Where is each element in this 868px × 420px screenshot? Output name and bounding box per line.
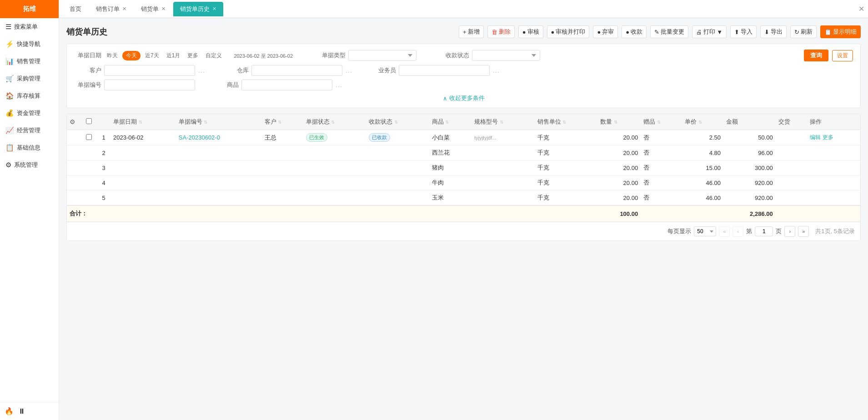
date-shortcut-custom[interactable]: 自定义 [203, 51, 225, 60]
date-shortcut-7days[interactable]: 近7天 [142, 51, 162, 60]
row-spec-1 [472, 145, 535, 160]
doc-type-select[interactable] [348, 50, 416, 61]
qty-sort-icon[interactable]: ⇅ [614, 120, 617, 125]
doc-no-link-0[interactable]: SA-20230602-0 [179, 134, 220, 141]
collect-label: 收款 [631, 28, 642, 36]
tab-sales-history-close[interactable]: ✕ [212, 6, 216, 12]
per-page-select[interactable]: 50 100 [694, 226, 716, 236]
row-exchange-0 [776, 130, 808, 145]
row-gift-0: 否 [641, 130, 682, 145]
row-gift-3: 否 [641, 175, 682, 190]
goods-sort-icon[interactable]: ⇅ [445, 120, 449, 125]
date-shortcut-more[interactable]: 更多 [185, 51, 201, 60]
date-shortcut-today[interactable]: 今天 [122, 51, 140, 60]
goods-dots-icon[interactable]: … [335, 81, 342, 89]
sidebar-item-operations[interactable]: 📈 经营管理 [0, 122, 59, 139]
tab-sales-history[interactable]: 销货单历史 ✕ [173, 2, 223, 16]
sidebar-item-system-mgmt[interactable]: ⚙ 系统管理 [0, 156, 59, 174]
unit-sort-icon[interactable]: ⇅ [562, 120, 566, 125]
customer-sort-icon[interactable]: ⇅ [278, 120, 281, 125]
more-action-0[interactable]: 更多 [823, 134, 833, 140]
warehouse-input[interactable] [251, 65, 342, 76]
fire-icon[interactable]: 🔥 [5, 407, 14, 415]
abandon-button[interactable]: ● 弃审 [593, 25, 618, 38]
export-button[interactable]: ⬇ 导出 [760, 25, 787, 38]
select-all-checkbox[interactable] [86, 118, 92, 124]
row-checkbox-2[interactable] [83, 160, 97, 175]
row-goods-4: 玉米 [429, 190, 472, 206]
tab-sales-order-close[interactable]: ✕ [122, 6, 126, 12]
tab-home[interactable]: 首页 [63, 2, 88, 16]
sidebar-item-search-menu[interactable]: ☰ 搜索菜单 [0, 18, 59, 35]
doc-status-sort-icon[interactable]: ⇅ [331, 120, 335, 125]
sidebar-item-basic-info[interactable]: 📋 基础信息 [0, 139, 59, 156]
sidebar-item-inventory[interactable]: 🏠 库存核算 [0, 87, 59, 105]
operations-icon: 📈 [5, 126, 14, 135]
last-page-button[interactable]: » [798, 226, 809, 237]
row-checkbox-3[interactable] [83, 175, 97, 190]
tab-sales-order[interactable]: 销售订单 ✕ [89, 2, 133, 16]
delete-button[interactable]: 🗑 删除 [487, 25, 515, 38]
table-row: 3 猪肉 千克 20.00 否 15.00 300.00 [67, 160, 860, 175]
row-doc-no-3 [176, 175, 262, 190]
goods-input[interactable] [241, 80, 332, 90]
date-sort-icon[interactable]: ⇅ [139, 120, 142, 125]
audit-print-button[interactable]: ● 审核并打印 [547, 25, 590, 38]
row-checkbox-input-0[interactable] [86, 134, 92, 140]
customer-dots-icon[interactable]: … [198, 66, 205, 75]
settings-button[interactable]: 设置 [832, 50, 853, 61]
warehouse-dots-icon[interactable]: … [345, 66, 352, 75]
edit-action-0[interactable]: 编辑 [810, 134, 821, 140]
row-actions-4 [807, 190, 860, 206]
delete-icon: 🗑 [492, 29, 497, 35]
import-button[interactable]: ⬆ 导入 [730, 25, 757, 38]
row-unit-2: 千克 [535, 160, 598, 175]
collect-status-select[interactable] [472, 50, 540, 61]
sidebar-item-quick-nav[interactable]: ⚡ 快捷导航 [0, 35, 59, 53]
column-settings-icon[interactable]: ⚙ [70, 118, 75, 125]
audit-button[interactable]: ● 审核 [518, 25, 543, 38]
row-gear-0 [67, 130, 83, 145]
abandon-icon: ● [597, 29, 601, 35]
row-doc-no-1 [176, 145, 262, 160]
page-unit: 页 [776, 227, 782, 235]
tab-close-all-button[interactable]: ✕ [858, 5, 864, 13]
date-shortcut-1month[interactable]: 近1月 [164, 51, 183, 60]
collect-button[interactable]: ● 收款 [622, 25, 647, 38]
doc-no-input[interactable] [104, 80, 195, 90]
row-qty-0: 20.00 [597, 130, 641, 145]
row-checkbox-1[interactable] [83, 145, 97, 160]
row-qty-3: 20.00 [597, 175, 641, 190]
add-button[interactable]: + 新增 [459, 25, 484, 38]
sidebar-item-finance[interactable]: 💰 资金管理 [0, 105, 59, 122]
page-input[interactable] [755, 226, 773, 236]
gift-sort-icon[interactable]: ⇅ [657, 120, 661, 125]
row-checkbox-0[interactable] [83, 130, 97, 145]
first-page-button[interactable]: « [719, 226, 730, 237]
show-detail-button[interactable]: 📋 显示明细 [820, 25, 861, 38]
row-goods-3: 牛肉 [429, 175, 472, 190]
salesman-input[interactable] [399, 65, 490, 76]
spec-sort-icon[interactable]: ⇅ [500, 120, 503, 125]
print-button[interactable]: 🖨 打印 ▼ [692, 25, 727, 38]
prev-page-button[interactable]: ‹ [733, 226, 743, 237]
customer-input[interactable] [104, 65, 195, 76]
date-shortcut-yesterday[interactable]: 昨天 [104, 51, 120, 60]
sidebar-item-purchase-mgmt[interactable]: 🛒 采购管理 [0, 70, 59, 87]
price-sort-icon[interactable]: ⇅ [698, 120, 702, 125]
doc-no-sort-icon[interactable]: ⇅ [204, 120, 207, 125]
sidebar-item-sales-mgmt[interactable]: 📊 销售管理 [0, 53, 59, 70]
th-exchange: 交货 [776, 114, 808, 130]
add-label: 新增 [468, 28, 480, 36]
next-page-button[interactable]: › [784, 226, 795, 237]
row-checkbox-4[interactable] [83, 190, 97, 206]
collect-status-sort-icon[interactable]: ⇅ [394, 120, 398, 125]
collapse-button[interactable]: ∧ 收起更多条件 [74, 94, 853, 102]
tab-sales-delivery-close[interactable]: ✕ [161, 6, 166, 12]
salesman-dots-icon[interactable]: … [492, 66, 500, 75]
tab-sales-delivery[interactable]: 销货单 ✕ [134, 2, 172, 16]
pause-icon[interactable]: ⏸ [18, 407, 25, 415]
query-button[interactable]: 查询 [804, 50, 828, 61]
refresh-button[interactable]: ↻ 刷新 [790, 25, 817, 38]
batch-change-button[interactable]: ✎ 批量变更 [650, 25, 688, 38]
